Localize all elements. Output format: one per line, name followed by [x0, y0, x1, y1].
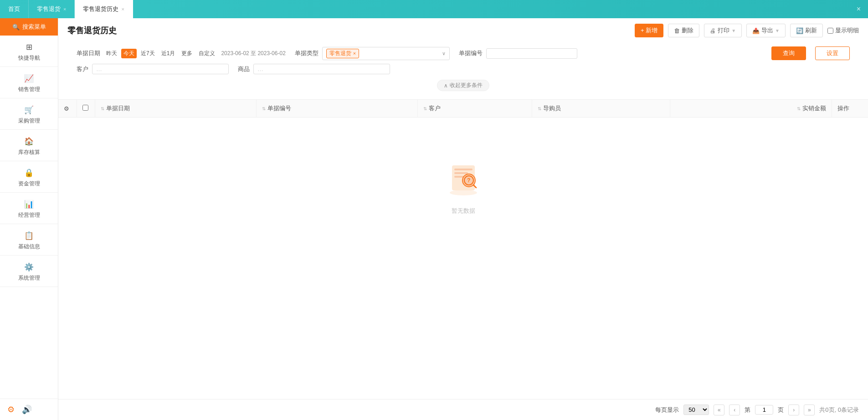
filter-row-1: 单据日期 昨天 今天 近7天 近1月 更多 自定义 2023-06-02 至 2…	[77, 46, 850, 60]
sidebar-item-finance-mgmt[interactable]: 🔒 资金管理	[0, 161, 58, 193]
sidebar-item-ops-mgmt[interactable]: 📊 经营管理	[0, 193, 58, 224]
add-button[interactable]: + 新增	[635, 24, 663, 37]
th-guide-content: ⇅ 导购员	[538, 104, 664, 113]
window-close-button[interactable]: ×	[857, 5, 861, 13]
settings-bottom-icon[interactable]: ⚙	[7, 405, 15, 415]
setting-button-label: 设置	[827, 49, 838, 57]
type-filter-label: 单据类型	[295, 49, 318, 57]
svg-rect-3	[454, 172, 468, 174]
tab-retail-return-close[interactable]: ×	[63, 6, 66, 12]
last-page-button[interactable]: »	[804, 405, 815, 415]
print-icon: 🖨	[710, 27, 716, 34]
type-select[interactable]: 零售退货 × ∨	[322, 47, 450, 60]
sidebar-item-quick-nav-label: 快捷导航	[18, 54, 40, 62]
inventory-icon: 🏠	[24, 136, 34, 146]
first-page-button[interactable]: «	[714, 405, 724, 415]
collapse-button[interactable]: ∧ 收起更多条件	[437, 80, 489, 91]
date-btn-custom[interactable]: 自定义	[196, 49, 217, 58]
finance-mgmt-icon: 🔒	[24, 168, 34, 178]
sidebar-item-quick-nav[interactable]: ⊞ 快捷导航	[0, 36, 58, 67]
sidebar-item-sales-mgmt-label: 销售管理	[18, 86, 40, 93]
date-btn-more[interactable]: 更多	[179, 49, 195, 58]
page-size-select[interactable]: 20 50 100	[683, 405, 709, 415]
customer-input[interactable]: …	[92, 64, 229, 74]
export-dropdown-arrow: ▼	[775, 28, 780, 33]
sales-mgmt-icon: 📈	[24, 73, 34, 83]
sidebar-item-sys-mgmt[interactable]: ⚙️ 系统管理	[0, 256, 58, 287]
total-info: 共0页, 0条记录	[819, 406, 859, 414]
sidebar-item-sales-mgmt[interactable]: 📈 销售管理	[0, 67, 58, 98]
page-number-input[interactable]	[755, 405, 773, 415]
th-number[interactable]: ⇅ 单据编号	[256, 100, 417, 118]
refresh-button[interactable]: 🔄 刷新	[790, 24, 823, 37]
tab-home-label: 首页	[8, 5, 20, 13]
goods-filter-label: 商品	[238, 65, 250, 73]
tab-retail-return-history[interactable]: 零售退货历史 ×	[75, 0, 133, 18]
show-detail-checkbox[interactable]: 显示明细	[827, 26, 859, 35]
purchase-mgmt-icon: 🛒	[24, 105, 34, 115]
date-btn-group: 昨天 今天 近7天 近1月 更多 自定义	[104, 49, 217, 58]
ops-mgmt-icon: 📊	[24, 199, 34, 209]
setting-button[interactable]: 设置	[815, 46, 850, 60]
sidebar-item-inventory[interactable]: 🏠 库存核算	[0, 130, 58, 161]
volume-icon[interactable]: 🔊	[22, 405, 32, 415]
sidebar-item-basic-info[interactable]: 📋 基础信息	[0, 224, 58, 256]
query-button-label: 查询	[783, 49, 795, 57]
export-icon: 📤	[752, 27, 760, 34]
th-customer-content: ⇅ 客户	[423, 104, 526, 113]
goods-input-placeholder: …	[257, 66, 263, 72]
tab-retail-return-label: 零售退货	[37, 5, 61, 13]
sidebar-item-purchase-mgmt[interactable]: 🛒 采购管理	[0, 98, 58, 130]
date-btn-yesterday[interactable]: 昨天	[104, 49, 119, 58]
customer-input-placeholder: …	[96, 66, 102, 72]
th-amount[interactable]: ⇅ 实销金额	[670, 100, 832, 118]
date-filter-label: 单据日期	[77, 49, 100, 57]
th-action: 操作	[832, 100, 868, 118]
select-all-checkbox[interactable]	[82, 105, 88, 111]
table-header-row: ⚙ ⇅ 单据日期 ⇅	[58, 100, 868, 118]
th-date[interactable]: ⇅ 单据日期	[95, 100, 256, 118]
number-filter-input[interactable]	[486, 48, 577, 59]
query-button[interactable]: 查询	[771, 46, 806, 60]
prev-page-button[interactable]: ‹	[729, 405, 740, 415]
sidebar-search[interactable]: 🔍 搜索菜单	[0, 18, 58, 36]
th-amount-content: ⇅ 实销金额	[676, 104, 826, 113]
print-button[interactable]: 🖨 打印 ▼	[704, 24, 742, 37]
empty-illustration: ?	[441, 154, 486, 200]
quick-nav-icon: ⊞	[24, 42, 34, 52]
tab-home[interactable]: 首页	[0, 0, 29, 18]
date-btn-today[interactable]: 今天	[121, 49, 137, 58]
page-title-row: 零售退货历史 + 新增 🗑 删除 🖨 打印 ▼ 📤	[67, 24, 859, 37]
th-customer[interactable]: ⇅ 客户	[418, 100, 532, 118]
page-size-label: 每页显示	[655, 406, 679, 414]
tab-retail-return[interactable]: 零售退货 ×	[29, 0, 75, 18]
th-settings[interactable]: ⚙	[58, 100, 77, 118]
next-page-button[interactable]: ›	[788, 405, 799, 415]
export-button[interactable]: 📤 导出 ▼	[746, 24, 786, 37]
show-detail-label: 显示明细	[835, 26, 859, 35]
table-body: ? 暂无数据	[58, 118, 868, 252]
type-tag-close[interactable]: ×	[353, 51, 356, 56]
th-guide[interactable]: ⇅ 导购员	[532, 100, 670, 118]
type-tag-label: 零售退货	[329, 50, 351, 57]
delete-button[interactable]: 🗑 删除	[668, 24, 699, 37]
goods-input[interactable]: …	[253, 64, 390, 74]
sidebar-item-ops-mgmt-label: 经营管理	[18, 211, 40, 219]
svg-point-0	[450, 190, 477, 195]
page-header: 零售退货历史 + 新增 🗑 删除 🖨 打印 ▼ 📤	[58, 18, 868, 100]
filter-area: 单据日期 昨天 今天 近7天 近1月 更多 自定义 2023-06-02 至 2…	[67, 42, 859, 99]
show-detail-input[interactable]	[827, 28, 833, 34]
sort-icon-number: ⇅	[262, 106, 266, 111]
main-content: 零售退货历史 + 新增 🗑 删除 🖨 打印 ▼ 📤	[58, 18, 868, 420]
sidebar-item-basic-info-label: 基础信息	[18, 243, 40, 251]
sidebar-item-inventory-label: 库存核算	[18, 149, 40, 156]
date-btn-7days[interactable]: 近7天	[139, 49, 157, 58]
sidebar-search-label: 搜索菜单	[22, 23, 46, 31]
number-filter-label: 单据编号	[459, 49, 483, 57]
sys-mgmt-icon: ⚙️	[24, 262, 34, 272]
add-button-label: + 新增	[641, 26, 657, 35]
tab-retail-return-history-close[interactable]: ×	[121, 6, 124, 12]
date-btn-1month[interactable]: 近1月	[159, 49, 178, 58]
sort-icon-customer: ⇅	[423, 106, 427, 111]
sidebar: 🔍 搜索菜单 ⊞ 快捷导航 📈 销售管理 🛒 采购管理 🏠 库存核算 🔒 资金管…	[0, 18, 58, 420]
